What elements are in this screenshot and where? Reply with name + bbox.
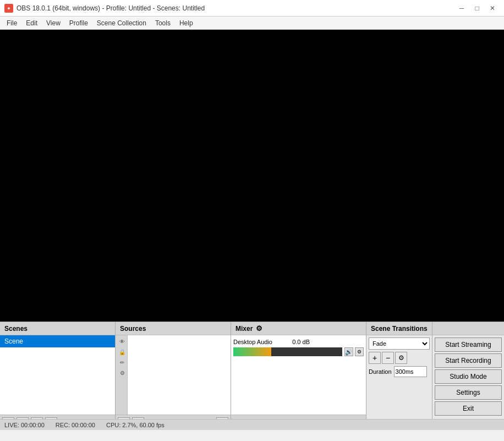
mute-button[interactable]: 🔊 [344, 347, 353, 356]
minimize-button[interactable]: ─ [454, 3, 469, 14]
controls-panel: Start Streaming Start Recording Studio M… [432, 322, 504, 430]
start-streaming-button[interactable]: Start Streaming [435, 337, 502, 352]
channel-controls: 🔊 ⚙ [344, 347, 364, 356]
transitions-header: Scene Transitions [366, 322, 432, 335]
app-icon: ● [4, 4, 13, 13]
sources-list [128, 335, 231, 415]
transitions-add-remove-row: + − ⚙ [369, 352, 430, 364]
window-title: OBS 18.0.1 (64bit, windows) - Profile: U… [17, 4, 205, 12]
transitions-content: Fade + − ⚙ Duration [366, 335, 432, 430]
transitions-panel: Scene Transitions Fade + − ⚙ Duration [366, 322, 432, 430]
source-edit-icon[interactable]: ✏ [117, 357, 128, 367]
menu-view[interactable]: View [42, 17, 65, 29]
status-live: LIVE: 00:00:00 [4, 422, 45, 428]
source-eye-icon[interactable]: 👁 [117, 336, 128, 346]
sources-header-label: Sources [120, 325, 146, 333]
transitions-select[interactable]: Fade [369, 337, 430, 350]
transitions-header-label: Scene Transitions [371, 325, 428, 333]
maximize-button[interactable]: □ [470, 3, 484, 14]
duration-row: Duration [369, 366, 430, 377]
menu-profile[interactable]: Profile [65, 17, 92, 29]
exit-button[interactable]: Exit [435, 401, 502, 416]
mixer-panel: Mixer Desktop Audio 0.0 dB 🔊 ⚙ [231, 322, 366, 430]
channel-db: 0.0 dB [285, 339, 310, 345]
title-bar-left: ● OBS 18.0.1 (64bit, windows) - Profile:… [4, 4, 205, 13]
scene-item[interactable]: Scene [0, 335, 115, 347]
studio-mode-button[interactable]: Studio Mode [435, 369, 502, 384]
scenes-header-label: Scenes [4, 325, 28, 333]
mixer-header: Mixer [231, 322, 366, 335]
scenes-list: Scene [0, 335, 115, 415]
remove-transition-button[interactable]: − [382, 352, 394, 364]
source-settings-icon[interactable]: ⚙ [117, 368, 128, 378]
duration-input[interactable] [394, 366, 427, 377]
settings-button[interactable]: Settings [435, 385, 502, 400]
menu-edit[interactable]: Edit [21, 17, 42, 29]
scenes-panel: Scenes Scene + − ∧ ∨ [0, 322, 116, 430]
close-button[interactable]: ✕ [485, 3, 500, 14]
menu-scene-collection[interactable]: Scene Collection [92, 17, 151, 29]
channel-settings-button[interactable]: ⚙ [355, 347, 364, 356]
sources-panel: Sources 👁 🔒 ✏ ⚙ + − ⚙ [116, 322, 231, 430]
source-icon-column: 👁 🔒 ✏ ⚙ [116, 335, 128, 415]
window-controls: ─ □ ✕ [454, 3, 500, 14]
source-lock-icon[interactable]: 🔒 [117, 347, 128, 357]
duration-label: Duration [369, 368, 392, 375]
mixer-header-label: Mixer [235, 325, 253, 333]
sources-panel-header: Sources [116, 322, 231, 335]
mixer-gear-icon[interactable] [256, 324, 262, 333]
channel-bar [233, 347, 271, 356]
menu-file[interactable]: File [2, 17, 21, 29]
transition-settings-button[interactable]: ⚙ [395, 352, 407, 364]
start-recording-button[interactable]: Start Recording [435, 353, 502, 368]
status-cpu: CPU: 2.7%, 60.00 fps [106, 422, 165, 428]
menu-tools[interactable]: Tools [151, 17, 175, 29]
controls-content: Start Streaming Start Recording Studio M… [432, 335, 504, 430]
add-transition-button[interactable]: + [369, 352, 381, 364]
menu-help[interactable]: Help [175, 17, 198, 29]
mixer-channel: Desktop Audio 0.0 dB [233, 337, 364, 346]
sources-panel-inner: 👁 🔒 ✏ ⚙ [116, 335, 231, 415]
status-rec: REC: 00:00:00 [56, 422, 95, 428]
bottom-panels: Scenes Scene + − ∧ ∨ Sources 👁 🔒 ✏ ⚙ + [0, 322, 504, 430]
scenes-panel-header: Scenes [0, 322, 115, 335]
title-bar: ● OBS 18.0.1 (64bit, windows) - Profile:… [0, 0, 504, 17]
channel-name: Desktop Audio [233, 339, 283, 345]
status-bar: LIVE: 00:00:00 REC: 00:00:00 CPU: 2.7%, … [0, 419, 504, 430]
channel-bar-container [233, 347, 342, 356]
mixer-content: Desktop Audio 0.0 dB 🔊 ⚙ [231, 335, 366, 415]
menu-bar: File Edit View Profile Scene Collection … [0, 17, 504, 30]
preview-area [0, 30, 504, 322]
controls-header [432, 322, 504, 335]
